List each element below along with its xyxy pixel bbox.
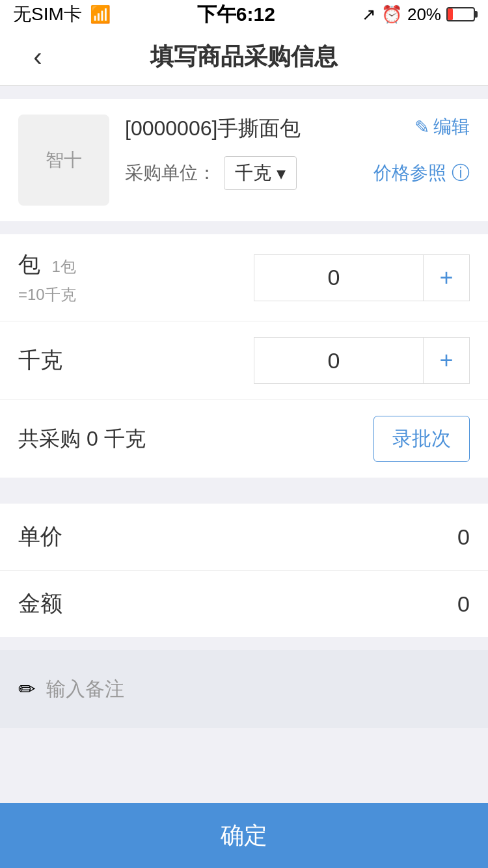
bag-input[interactable] bbox=[254, 254, 423, 301]
amount-value: 0 bbox=[457, 591, 470, 617]
amount-label: 金额 bbox=[18, 589, 62, 619]
status-left: 无SIM卡 📶 bbox=[13, 2, 111, 27]
wifi-icon: 📶 bbox=[90, 5, 111, 25]
status-right: ↗ ⏰ 20% bbox=[362, 5, 475, 25]
confirm-label: 确定 bbox=[221, 820, 267, 852]
bag-plus-button[interactable]: + bbox=[423, 254, 470, 301]
battery-percent: 20% bbox=[407, 5, 441, 25]
help-icon: ⓘ bbox=[452, 161, 470, 185]
edit-label: 编辑 bbox=[433, 115, 470, 139]
nav-bar: ‹ 填写商品采购信息 bbox=[0, 29, 488, 86]
product-section: 智十 [0000006]手撕面包 ✎ 编辑 采购单位： 千克 ▾ 价格参照 ⓘ bbox=[0, 99, 488, 221]
unit-label: 采购单位： bbox=[125, 161, 216, 185]
bag-label: 包 1包=10千克 bbox=[18, 250, 96, 305]
divider-2 bbox=[0, 478, 488, 491]
unit-price-row: 单价 0 bbox=[0, 504, 488, 571]
status-bar: 无SIM卡 📶 下午6:12 ↗ ⏰ 20% bbox=[0, 0, 488, 29]
carrier-label: 无SIM卡 bbox=[13, 2, 82, 27]
price-section: 单价 0 金额 0 bbox=[0, 504, 488, 637]
back-button[interactable]: ‹ bbox=[18, 38, 57, 77]
confirm-button[interactable]: 确定 bbox=[0, 803, 488, 868]
kg-input-control: + bbox=[254, 337, 470, 384]
price-ref-label: 价格参照 bbox=[373, 161, 446, 185]
total-row: 共采购 0 千克 录批次 bbox=[0, 400, 488, 478]
alarm-icon: ⏰ bbox=[381, 5, 402, 25]
divider-1 bbox=[0, 221, 488, 234]
bag-input-control: + bbox=[254, 254, 470, 301]
batch-button[interactable]: 录批次 bbox=[373, 416, 470, 462]
input-section: 包 1包=10千克 + 千克 + bbox=[0, 234, 488, 400]
product-unit: 采购单位： 千克 ▾ 价格参照 ⓘ bbox=[125, 156, 470, 190]
status-time: 下午6:12 bbox=[197, 1, 275, 28]
unit-price-value: 0 bbox=[457, 524, 470, 550]
product-image: 智十 bbox=[18, 115, 109, 206]
edit-icon: ✎ bbox=[414, 116, 429, 138]
product-name: [0000006]手撕面包 bbox=[125, 115, 301, 143]
product-header: [0000006]手撕面包 ✎ 编辑 bbox=[125, 115, 470, 143]
unit-price-label: 单价 bbox=[18, 522, 62, 552]
edit-button[interactable]: ✎ 编辑 bbox=[414, 115, 470, 139]
kg-plus-button[interactable]: + bbox=[423, 337, 470, 384]
battery-icon bbox=[446, 7, 475, 21]
back-icon: ‹ bbox=[33, 42, 42, 72]
kg-label: 千克 bbox=[18, 346, 96, 375]
product-info: [0000006]手撕面包 ✎ 编辑 采购单位： 千克 ▾ 价格参照 ⓘ bbox=[125, 115, 470, 190]
kg-input-row: 千克 + bbox=[0, 321, 488, 400]
pencil-icon: ✏ bbox=[18, 677, 36, 701]
bag-input-row: 包 1包=10千克 + bbox=[0, 234, 488, 321]
product-image-label: 智十 bbox=[46, 148, 82, 172]
total-text: 共采购 0 千克 bbox=[18, 425, 146, 454]
location-icon: ↗ bbox=[362, 5, 376, 25]
kg-input[interactable] bbox=[254, 337, 423, 384]
bag-label-text: 包 bbox=[18, 252, 40, 277]
remark-placeholder: 输入备注 bbox=[46, 676, 124, 703]
chevron-down-icon: ▾ bbox=[277, 163, 286, 184]
page-title: 填写商品采购信息 bbox=[150, 41, 338, 73]
price-ref-button[interactable]: 价格参照 ⓘ bbox=[373, 161, 470, 185]
unit-select[interactable]: 千克 ▾ bbox=[224, 156, 297, 190]
remark-section[interactable]: ✏ 输入备注 bbox=[0, 650, 488, 728]
amount-row: 金额 0 bbox=[0, 571, 488, 637]
unit-value: 千克 bbox=[235, 161, 271, 185]
